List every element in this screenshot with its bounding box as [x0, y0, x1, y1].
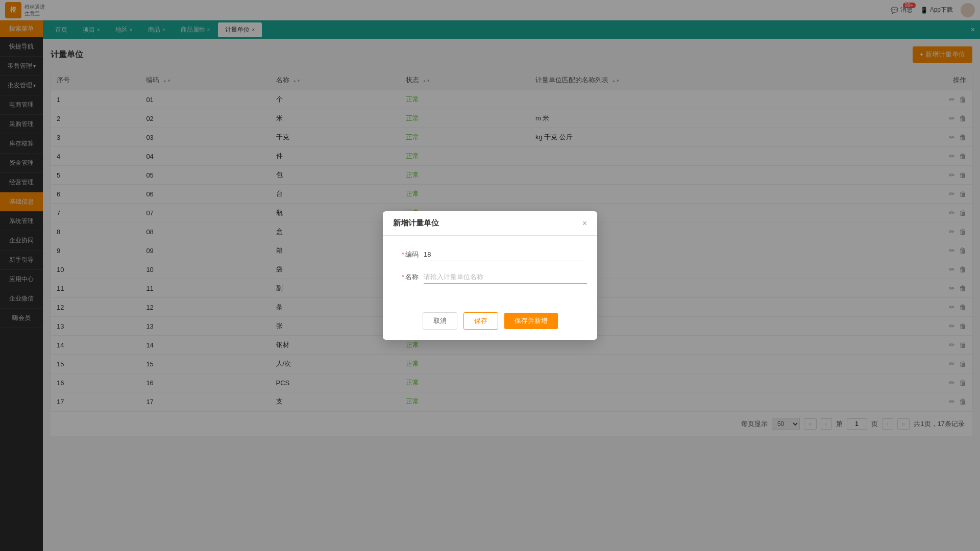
code-label: 编码	[393, 250, 424, 259]
cancel-button[interactable]: 取消	[423, 312, 457, 330]
modal-overlay[interactable]: 新增计量单位 × 编码 名称 取消 保存 保存并新增	[0, 0, 980, 551]
save-button[interactable]: 保存	[463, 312, 498, 330]
name-form-row: 名称	[393, 270, 587, 284]
modal-header: 新增计量单位 ×	[383, 211, 597, 236]
modal-footer: 取消 保存 保存并新增	[383, 305, 597, 340]
modal-title: 新增计量单位	[393, 218, 439, 228]
modal-close-button[interactable]: ×	[582, 219, 587, 228]
name-label: 名称	[393, 272, 424, 282]
save-continue-button[interactable]: 保存并新增	[504, 313, 558, 329]
modal-body: 编码 名称	[383, 236, 597, 305]
add-unit-modal: 新增计量单位 × 编码 名称 取消 保存 保存并新增	[383, 211, 597, 340]
code-form-row: 编码	[393, 248, 587, 261]
name-input[interactable]	[424, 270, 587, 284]
code-input[interactable]	[424, 248, 587, 261]
